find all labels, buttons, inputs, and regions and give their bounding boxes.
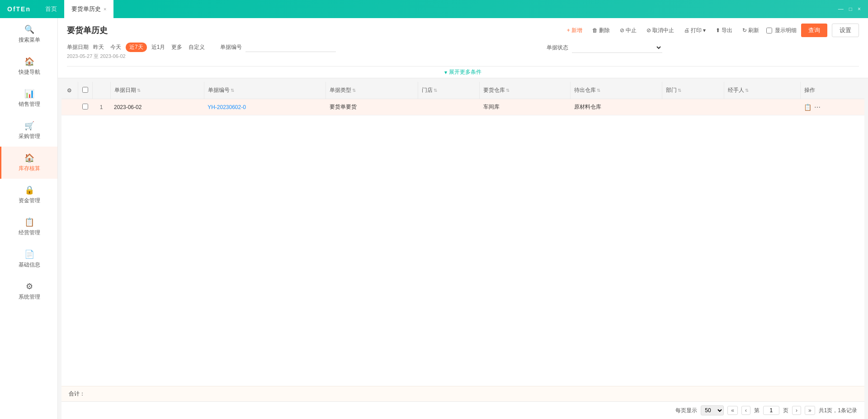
page-number-input[interactable] — [763, 406, 779, 415]
tab-bar: 首页 要货单历史 × — [38, 0, 838, 18]
sidebar-item-purchase[interactable]: 🛒 采购管理 — [0, 114, 57, 147]
sidebar-label-system: 系统管理 — [19, 293, 40, 301]
sort-date-icon: ⇅ — [137, 88, 141, 93]
row-date: 2023-06-02 — [110, 99, 204, 115]
table-footer: 合计： — [61, 386, 864, 401]
sidebar-item-system[interactable]: ⚙ 系统管理 — [0, 275, 57, 307]
expand-more-button[interactable]: ▾ 展开更多条件 — [67, 67, 859, 78]
delete-icon: 🗑 — [592, 27, 598, 33]
window-close-icon[interactable]: × — [858, 6, 861, 12]
sidebar-label-sales: 销售管理 — [19, 100, 40, 108]
page-title: 要货单历史 — [67, 25, 108, 36]
bill-no-link[interactable]: YH-20230602-0 — [208, 104, 246, 110]
sidebar-item-shortcut[interactable]: 🏠 快捷导航 — [0, 50, 57, 82]
sidebar-item-search[interactable]: 🔍 搜索菜单 — [0, 18, 57, 50]
sidebar-label-inventory: 库存核算 — [19, 165, 40, 172]
main-layout: 🔍 搜索菜单 🏠 快捷导航 📊 销售管理 🛒 采购管理 🏠 库存核算 🔒 资金管… — [0, 18, 868, 419]
col-pending-warehouse[interactable]: 待出仓库⇅ — [571, 82, 662, 99]
export-button[interactable]: ⬆ 导出 — [713, 25, 735, 36]
query-button[interactable]: 查询 — [801, 24, 827, 37]
pagination-bar: 每页显示 20 50 100 « ‹ 第 页 › » 共1页，1条记录 — [61, 401, 864, 419]
refresh-icon: ↻ — [742, 27, 747, 33]
sort-pendwh-icon: ⇅ — [597, 88, 600, 93]
row-bill-no: YH-20230602-0 — [204, 99, 326, 115]
date-btn-today[interactable]: 今天 — [108, 43, 123, 52]
stop-button[interactable]: ⊘ 中止 — [617, 25, 639, 36]
total-info: 共1页，1条记录 — [819, 407, 857, 414]
tab-active[interactable]: 要货单历史 × — [64, 0, 113, 18]
delete-button[interactable]: 🗑 删除 — [590, 25, 613, 36]
row-bill-type: 要货单要货 — [326, 99, 418, 115]
page-title-row: 要货单历史 + 新增 🗑 删除 ⊘ 中止 ⊘ 取消中止 — [67, 24, 859, 37]
status-filter: 单据状态 — [547, 43, 859, 53]
sidebar-item-basic[interactable]: 📄 基础信息 — [0, 243, 57, 275]
expand-icon: ▾ — [444, 69, 447, 76]
display-detail-checkbox[interactable] — [766, 28, 772, 33]
tab-home[interactable]: 首页 — [38, 0, 64, 18]
sidebar-item-inventory[interactable]: 🏠 库存核算 — [0, 147, 57, 179]
row-select-checkbox[interactable] — [82, 104, 88, 110]
sidebar-label-shortcut: 快捷导航 — [19, 68, 40, 76]
print-icon: 🖨 — [684, 27, 689, 33]
prev-page-button[interactable]: ‹ — [741, 406, 750, 415]
row-num: 1 — [92, 99, 110, 115]
date-btn-yesterday[interactable]: 昨天 — [91, 43, 106, 52]
window-controls: — □ × — [838, 6, 868, 12]
col-settings[interactable]: ⚙ — [61, 82, 78, 99]
sidebar-item-operation[interactable]: 📋 经营管理 — [0, 211, 57, 243]
col-department[interactable]: 部门⇅ — [662, 82, 724, 99]
bill-no-input[interactable] — [245, 43, 336, 52]
maximize-icon[interactable]: □ — [849, 6, 852, 12]
col-req-warehouse[interactable]: 要货仓库⇅ — [480, 82, 571, 99]
sort-handler-icon: ⇅ — [745, 88, 749, 93]
col-date[interactable]: 单据日期⇅ — [110, 82, 204, 99]
sidebar-item-finance[interactable]: 🔒 资金管理 — [0, 179, 57, 211]
print-dropdown-icon: ▾ — [703, 27, 706, 33]
col-bill-type[interactable]: 单据类型⇅ — [326, 82, 418, 99]
row-settings — [61, 99, 78, 115]
toolbar: + 新增 🗑 删除 ⊘ 中止 ⊘ 取消中止 🖨 打 — [564, 24, 859, 37]
last-page-button[interactable]: » — [805, 406, 815, 415]
cancel-stop-button[interactable]: ⊘ 取消中止 — [644, 25, 677, 36]
brand-logo: OfTEn — [0, 5, 38, 13]
display-detail-toggle[interactable]: 显示明细 — [766, 27, 797, 34]
sidebar-label-finance: 资金管理 — [19, 197, 40, 205]
status-select[interactable] — [572, 43, 662, 53]
data-table: ⚙ 单据日期⇅ 单据编号⇅ 单据类型⇅ 门店⇅ 要货仓库⇅ 待出仓库⇅ 部门⇅ — [61, 82, 864, 115]
row-edit-icon[interactable]: 📋 — [804, 104, 811, 111]
row-more-icon[interactable]: ⋯ — [814, 104, 821, 111]
select-all-checkbox[interactable] — [82, 87, 88, 93]
top-bar: OfTEn 首页 要货单历史 × — □ × — [0, 0, 868, 18]
print-button[interactable]: 🖨 打印 ▾ — [681, 25, 708, 36]
date-btn-custom[interactable]: 自定义 — [187, 43, 207, 52]
sort-billno-icon: ⇅ — [231, 88, 234, 93]
table-row: 1 2023-06-02 YH-20230602-0 要货单要货 车间库 原材料… — [61, 99, 864, 115]
new-button[interactable]: + 新增 — [564, 25, 585, 36]
minimize-icon[interactable]: — — [838, 6, 844, 12]
date-range-display: 2023-05-27 至 2023-06-02 — [67, 53, 207, 60]
date-btn-1month[interactable]: 近1月 — [150, 43, 167, 52]
sidebar-item-sales[interactable]: 📊 销售管理 — [0, 82, 57, 114]
col-handler[interactable]: 经手人⇅ — [724, 82, 800, 99]
next-page-button[interactable]: › — [792, 406, 801, 415]
status-label: 单据状态 — [547, 44, 568, 52]
row-req-warehouse: 车间库 — [480, 99, 571, 115]
row-actions: 📋 ⋯ — [800, 99, 864, 115]
stop-icon: ⊘ — [620, 27, 624, 33]
col-store[interactable]: 门店⇅ — [418, 82, 480, 99]
col-bill-no[interactable]: 单据编号⇅ — [204, 82, 326, 99]
date-btn-7days[interactable]: 近7天 — [126, 43, 147, 52]
setting-button[interactable]: 设置 — [832, 24, 859, 37]
date-btn-more[interactable]: 更多 — [170, 43, 184, 52]
page-size-select[interactable]: 20 50 100 — [701, 405, 724, 415]
home-icon: 🏠 — [24, 57, 34, 67]
sort-billtype-icon: ⇅ — [352, 88, 356, 93]
col-checkbox — [78, 82, 92, 99]
close-tab-icon[interactable]: × — [104, 6, 106, 12]
refresh-button[interactable]: ↻ 刷新 — [740, 25, 762, 36]
sort-reqwh-icon: ⇅ — [506, 88, 509, 93]
sales-icon: 📊 — [24, 89, 34, 99]
inventory-icon: 🏠 — [24, 153, 34, 163]
first-page-button[interactable]: « — [727, 406, 738, 415]
page-label: 第 — [754, 407, 760, 414]
